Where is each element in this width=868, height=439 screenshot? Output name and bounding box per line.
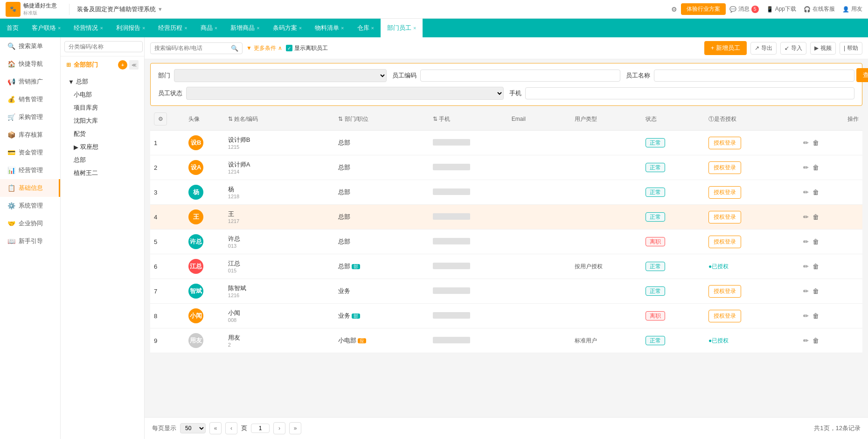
dept-node-shenyang[interactable]: 沈阳大库 — [61, 114, 144, 127]
col-phone-header[interactable]: ⇅ 手机 — [429, 108, 508, 131]
sidebar-item-marketing[interactable]: 📢 营销推广 — [0, 73, 60, 91]
auth-login-button[interactable]: 授权登录 — [708, 310, 741, 322]
export-button[interactable]: ↗ 导出 — [750, 42, 777, 55]
tab-barcode[interactable]: 条码方案× — [266, 19, 308, 37]
sidebar-item-inventory[interactable]: 📦 库存核算 — [0, 126, 60, 144]
first-page-button[interactable]: « — [209, 422, 222, 434]
delete-button[interactable]: 🗑 — [812, 337, 819, 344]
delete-button[interactable]: 🗑 — [812, 188, 819, 196]
edit-button[interactable]: ✏ — [803, 213, 809, 221]
delete-button[interactable]: 🗑 — [812, 238, 819, 245]
tab-close[interactable]: × — [58, 25, 61, 31]
dept-node-shuangzuo[interactable]: ▶ 双座想 — [61, 140, 144, 153]
phone-input[interactable] — [525, 87, 855, 99]
edit-button[interactable]: ✏ — [803, 238, 809, 245]
emp-name-input[interactable] — [654, 70, 854, 82]
sidebar-item-sales[interactable]: 💰 销售管理 — [0, 91, 60, 108]
tab-goods[interactable]: 商品× — [194, 19, 224, 37]
sidebar-item-quicknav[interactable]: 🏠 快捷导航 — [0, 55, 60, 73]
delete-button[interactable]: 🗑 — [812, 312, 819, 320]
app-download-button[interactable]: 📱 App下载 — [766, 5, 796, 13]
help-button[interactable]: | 帮助 — [840, 42, 862, 55]
prev-page-button[interactable]: ‹ — [225, 422, 237, 434]
tab-close[interactable]: × — [257, 25, 259, 31]
tab-operation[interactable]: 经营情况× — [67, 19, 109, 37]
tab-employee[interactable]: 部门员工× — [381, 19, 423, 37]
trial-button[interactable]: 体验行业方案 — [681, 3, 726, 15]
edit-button[interactable]: ✏ — [803, 164, 809, 171]
col-dept-header[interactable]: ⇅ 部门/职位 — [334, 108, 429, 131]
status-filter-select[interactable] — [186, 87, 504, 100]
add-employee-button[interactable]: + 新增员工 — [704, 41, 747, 55]
dept-node-project[interactable]: 项目库房 — [61, 101, 144, 114]
search-input[interactable] — [154, 45, 229, 51]
delete-button[interactable]: 🗑 — [812, 139, 819, 146]
delete-button[interactable]: 🗑 — [812, 213, 819, 221]
sidebar-item-purchase[interactable]: 🛒 采购管理 — [0, 108, 60, 126]
dept-node-distribution[interactable]: 配货 — [61, 127, 144, 140]
settings-icon[interactable]: ⚙ — [671, 6, 677, 13]
search-icon[interactable]: 🔍 — [231, 45, 238, 52]
dept-node-zhishu[interactable]: 植树王二 — [61, 167, 144, 180]
dept-filter-select[interactable] — [174, 69, 387, 82]
tab-add-goods[interactable]: 新增商品× — [224, 19, 266, 37]
sidebar-item-guide[interactable]: 📖 新手引导 — [0, 232, 60, 250]
sidebar-item-basic[interactable]: 📋 基础信息 — [0, 179, 60, 197]
auth-login-button[interactable]: 授权登录 — [708, 285, 741, 298]
tab-close[interactable]: × — [100, 25, 103, 31]
video-button[interactable]: ▶ 视频 — [810, 42, 836, 55]
col-name-header[interactable]: ⇅ 姓名/编码 — [224, 108, 334, 131]
auth-login-button[interactable]: 授权登录 — [708, 211, 741, 223]
tab-close[interactable]: × — [142, 25, 145, 31]
page-size-select[interactable]: 50 20 100 — [180, 423, 206, 433]
tab-profit[interactable]: 利润报告× — [110, 19, 152, 37]
query-button[interactable]: 查询 — [856, 68, 868, 82]
tab-close[interactable]: × — [371, 25, 374, 31]
dept-node-root[interactable]: ▼ 总部 — [61, 75, 144, 88]
edit-button[interactable]: ✏ — [803, 312, 809, 320]
edit-button[interactable]: ✏ — [803, 287, 809, 295]
tab-close[interactable]: × — [184, 25, 187, 31]
edit-button[interactable]: ✏ — [803, 139, 809, 146]
user-menu-button[interactable]: 👤 用友 — [842, 5, 862, 13]
system-dropdown-icon[interactable]: ▾ — [159, 6, 162, 13]
sidebar-item-search[interactable]: 🔍 搜索菜单 — [0, 37, 60, 55]
collapse-dept-button[interactable]: ≪ — [129, 60, 139, 70]
online-service-button[interactable]: 🎧 在线客服 — [804, 5, 835, 13]
auth-login-button[interactable]: 授权登录 — [708, 137, 741, 149]
delete-button[interactable]: 🗑 — [812, 164, 819, 171]
tab-warehouse[interactable]: 仓库× — [351, 19, 381, 37]
last-page-button[interactable]: » — [289, 422, 301, 434]
page-number-input[interactable] — [251, 424, 270, 433]
auth-login-button[interactable]: 授权登录 — [708, 236, 741, 248]
show-resign-toggle[interactable]: ✓ 显示离职员工 — [286, 44, 328, 52]
edit-button[interactable]: ✏ — [803, 263, 809, 270]
dept-search-input[interactable] — [64, 41, 143, 52]
all-dept-label[interactable]: 全部部门 — [74, 61, 98, 69]
tab-close[interactable]: × — [413, 25, 416, 31]
tab-close[interactable]: × — [299, 25, 302, 31]
edit-button[interactable]: ✏ — [803, 188, 809, 196]
tab-close[interactable]: × — [341, 25, 344, 31]
tab-close[interactable]: × — [215, 25, 217, 31]
add-dept-button[interactable]: + — [118, 60, 127, 70]
messages-button[interactable]: 💬 消息 5 — [729, 5, 759, 13]
tab-home[interactable]: 首页 — [0, 19, 25, 37]
sidebar-item-management[interactable]: 📊 经营管理 — [0, 161, 60, 179]
tab-customer[interactable]: 客户联络× — [25, 19, 67, 37]
tab-history[interactable]: 经营历程× — [152, 19, 194, 37]
column-settings-button[interactable]: ⚙ — [154, 112, 167, 125]
next-page-button[interactable]: › — [273, 422, 285, 434]
sidebar-item-collab[interactable]: 🤝 企业协同 — [0, 215, 60, 232]
more-filter-button[interactable]: ▼ 更多条件 ∧ — [246, 44, 282, 52]
sidebar-item-finance[interactable]: 💳 资金管理 — [0, 144, 60, 161]
tab-bom[interactable]: 物料清单× — [308, 19, 350, 37]
dept-node-xiaodian[interactable]: 小电部 — [61, 88, 144, 101]
emp-code-input[interactable] — [420, 70, 621, 82]
sidebar-item-system[interactable]: ⚙️ 系统管理 — [0, 197, 60, 215]
edit-button[interactable]: ✏ — [803, 337, 809, 344]
delete-button[interactable]: 🗑 — [812, 263, 819, 270]
auth-login-button[interactable]: 授权登录 — [708, 186, 741, 199]
import-button[interactable]: ↙ 导入 — [780, 42, 806, 55]
delete-button[interactable]: 🗑 — [812, 287, 819, 295]
